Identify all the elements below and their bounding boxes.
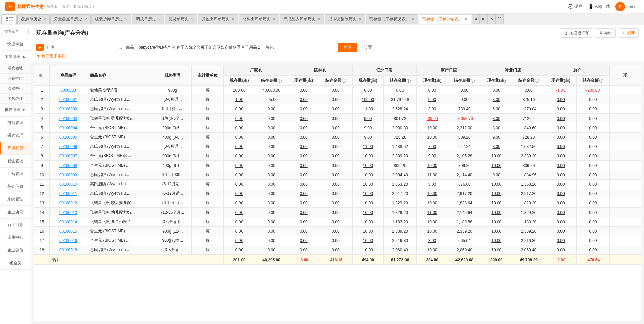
cell-factory-qty[interactable]: 0.00 [224, 133, 255, 142]
cell-na-qty[interactable]: 9.00 [417, 151, 448, 161]
cell-yb-qty[interactable]: 9.00 [481, 133, 512, 142]
cell-chen-qty[interactable]: 0.00 [288, 180, 319, 189]
tab-home[interactable]: 首页 [1, 14, 17, 24]
cell-jb-qty[interactable]: 10.00 [352, 236, 383, 245]
color-input[interactable] [275, 43, 335, 52]
close-icon[interactable]: ✕ [465, 17, 467, 21]
cell-yb-qty[interactable]: 10.00 [481, 236, 512, 245]
info-icon[interactable]: i [471, 79, 475, 83]
cell-chen-qty[interactable]: 0.00 [288, 245, 319, 255]
close-icon[interactable]: ✕ [191, 17, 194, 21]
tab-purchase-order[interactable]: 要货单历史 ✕ [165, 14, 197, 24]
cell-code[interactable]: 0000003 [50, 86, 87, 95]
cell-factory-qty[interactable]: 0.00 [224, 151, 255, 161]
cell-yb-qty[interactable]: 8.00 [481, 142, 512, 151]
cell-chen-qty[interactable]: 0.00 [288, 151, 319, 161]
cell-code[interactable]: 00100014 [50, 217, 87, 227]
cell-jb-qty[interactable]: 9.00 [352, 133, 383, 142]
cell-chen-qty[interactable]: 0.00 [288, 95, 319, 104]
cell-total-qty[interactable]: 0.00 [545, 180, 576, 189]
cell-total-qty[interactable]: 0.00 [545, 142, 576, 151]
tab-material-out[interactable]: 材料出库单历史 ✕ [239, 14, 279, 24]
cell-total-qty[interactable]: 0.00 [545, 245, 576, 255]
cell-code[interactable]: 00100010 [50, 180, 87, 189]
cell-yb-qty[interactable]: 10.00 [481, 227, 512, 236]
cell-na-qty[interactable]: -39.00 [417, 114, 448, 123]
tab-stock-dist[interactable]: 现存量（库存分布表）✕ [419, 14, 471, 24]
message-btn[interactable]: 💬 消息 [568, 4, 583, 9]
cell-total-qty[interactable]: 0.00 [545, 161, 576, 170]
cell-code[interactable]: 00100009 [50, 170, 87, 180]
expand-more-btn[interactable]: ▼ 展开更多条件 [36, 53, 639, 59]
cell-factory-qty[interactable]: 0.00 [224, 170, 255, 180]
cell-yb-qty[interactable]: 8.00 [481, 123, 512, 133]
cell-jb-qty[interactable]: 10.00 [352, 245, 383, 255]
cell-total-qty[interactable]: 0.00 [545, 189, 576, 198]
cell-jb-qty[interactable]: 10.00 [352, 180, 383, 189]
cell-factory-qty[interactable]: 0.00 [224, 198, 255, 208]
cell-yb-qty[interactable]: 10.00 [481, 151, 512, 161]
cell-factory-qty[interactable]: 0.00 [224, 227, 255, 236]
close-icon[interactable]: ✕ [412, 17, 414, 21]
tab-combo[interactable]: 组装拆卸单历史 ✕ [91, 14, 131, 24]
cell-yb-qty[interactable]: 6.00 [481, 104, 512, 114]
tab-product-in[interactable]: 产成品入库单历史 ✕ [280, 14, 324, 24]
cell-jb-qty[interactable]: 109.00 [352, 95, 383, 104]
user-avatar[interactable]: D demo2 [615, 2, 639, 11]
tab-other-out[interactable]: 其他出库单历史 ✕ [198, 14, 238, 24]
sidebar-item-finance[interactable]: 资金管理 [0, 155, 31, 168]
cell-na-qty[interactable]: 10.00 [417, 161, 448, 170]
cell-chen-qty[interactable]: 0.00 [288, 236, 319, 245]
sidebar-item-ecommerce[interactable]: 电商管理 [0, 117, 31, 129]
cell-na-qty[interactable]: 5.00 [417, 180, 448, 189]
cell-yb-qty[interactable]: 10.00 [481, 161, 512, 170]
cell-code[interactable]: 00100005 [50, 133, 87, 142]
cell-na-qty[interactable]: 3.00 [417, 236, 448, 245]
cell-factory-qty[interactable]: 0.00 [224, 245, 255, 255]
info-icon[interactable]: i [535, 79, 539, 83]
cell-code[interactable]: 00100004 [50, 123, 87, 133]
cell-na-qty[interactable]: 10.00 [417, 189, 448, 198]
cell-jb-qty[interactable]: 10.00 [352, 208, 383, 217]
cell-na-qty[interactable]: 10.00 [417, 133, 448, 142]
cell-jb-qty[interactable]: 10.00 [352, 189, 383, 198]
cell-yb-qty[interactable]: 10.00 [481, 189, 512, 198]
info-icon[interactable]: i [407, 79, 411, 83]
cell-total-qty[interactable]: 0.00 [545, 236, 576, 245]
info-icon[interactable]: i [342, 79, 346, 83]
tab-partial[interactable]: 分量盘点单历史 ✕ [50, 14, 91, 24]
cell-chen-qty[interactable]: 0.00 [288, 161, 319, 170]
cell-na-qty[interactable]: 10.00 [417, 198, 448, 208]
cell-code[interactable]: 00100011 [50, 189, 87, 198]
cell-factory-qty[interactable]: 0.00 [224, 161, 255, 170]
cell-na-qty[interactable]: 10.00 [417, 245, 448, 255]
close-icon[interactable]: ✕ [84, 17, 87, 21]
cell-chen-qty[interactable]: 0.00 [288, 217, 319, 227]
cell-total-qty[interactable]: 0.00 [545, 133, 576, 142]
cell-total-qty[interactable]: 0.00 [545, 104, 576, 114]
tab-stocktake[interactable]: 盘点单历史 ✕ [17, 14, 50, 24]
cell-na-qty[interactable]: 10.00 [417, 227, 448, 236]
cell-code[interactable]: 00100003 [50, 114, 87, 123]
cell-total-qty[interactable]: 0.00 [545, 170, 576, 180]
settings-btn[interactable]: 设置 [360, 43, 376, 52]
close-icon[interactable]: ✕ [125, 17, 128, 21]
cell-chen-qty[interactable]: 0.00 [288, 114, 319, 123]
cell-code[interactable]: 00100012 [50, 198, 87, 208]
cell-chen-qty[interactable]: 0.00 [288, 86, 319, 95]
sidebar-item-app-center[interactable]: 应用中心 [0, 231, 31, 244]
cell-yb-qty[interactable]: 0.00 [481, 86, 512, 95]
sidebar-item-marketing[interactable]: 营销推广 [0, 74, 31, 84]
cell-code[interactable]: 00100001 [50, 95, 87, 104]
cell-jb-qty[interactable]: 9.00 [352, 123, 383, 133]
cell-yb-qty[interactable]: 10.00 [481, 208, 512, 217]
cell-chen-qty[interactable]: 0.00 [288, 208, 319, 217]
tab-stock-table[interactable]: 现存量（库存状况表）✕ [366, 14, 418, 24]
cell-chen-qty[interactable]: 0.00 [288, 104, 319, 114]
cell-code[interactable]: 00100016 [50, 236, 87, 245]
cell-code[interactable]: 00100006 [50, 142, 87, 151]
cell-yb-qty[interactable]: 10.00 [481, 180, 512, 189]
cell-na-qty[interactable]: 0.00 [417, 95, 448, 104]
cell-code[interactable]: 00100015 [50, 227, 87, 236]
print-btn[interactable]: 🖨 按模板打印 [560, 28, 593, 38]
